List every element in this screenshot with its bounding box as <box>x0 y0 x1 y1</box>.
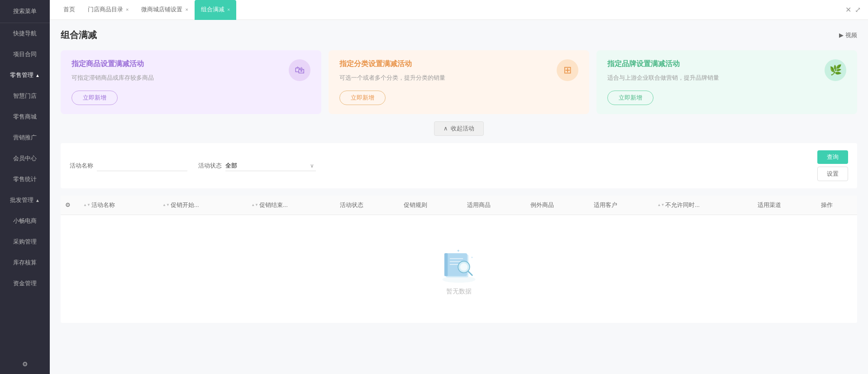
video-link[interactable]: ▶ 视频 <box>839 31 857 39</box>
window-close-icon[interactable]: ✕ <box>845 5 851 14</box>
sidebar-item-inventory-calc[interactable]: 库存核算 <box>0 252 50 273</box>
card-title: 指定分类设置满减活动 <box>339 59 578 69</box>
sidebar-item-project-contract[interactable]: 项目合同 <box>0 44 50 65</box>
th-gear: ⚙ <box>61 196 79 215</box>
page-title: 组合满减 <box>61 29 97 41</box>
tab-store-catalog[interactable]: 门店商品目录× <box>81 0 135 20</box>
card-product-discount: 指定商品设置满减活动 可指定滞销商品或库存较多商品 🛍 立即新增 <box>61 50 321 114</box>
th-exception-goods: 例外商品 <box>526 196 589 215</box>
card-title: 指定品牌设置满减活动 <box>607 59 846 69</box>
sidebar-item-marketing[interactable]: 营销推广 <box>0 127 50 148</box>
sidebar-item-wholesale-mgmt[interactable]: 批发管理▲ <box>0 190 50 211</box>
sidebar-item-retail-stats[interactable]: 零售统计 <box>0 169 50 190</box>
search-area: 活动名称 活动状态 全部进行中未开始已结束 ∨ 查询 设置 <box>61 143 857 188</box>
tab-close-icon[interactable]: × <box>126 7 129 12</box>
activity-name-label: 活动名称 <box>70 162 93 170</box>
card-category-discount: 指定分类设置满减活动 可选一个或者多个分类，提升分类的销量 ⊞ 立即新增 <box>329 50 589 114</box>
sidebar-item-retail-mgmt[interactable]: 零售管理▲ <box>0 65 50 86</box>
sidebar-search[interactable]: 搜索菜单 <box>0 0 50 23</box>
th-activity-status: 活动状态 <box>335 196 399 215</box>
table-header: ⚙▲▼活动名称▲▼促销开始...▲▼促销结束...活动状态促销规则适用商品例外商… <box>61 196 857 215</box>
chevron-icon: ▲ <box>35 73 40 78</box>
th-operation: 操作 <box>816 196 857 215</box>
sidebar-item-quick-nav[interactable]: 快捷导航 <box>0 23 50 44</box>
settings-icon[interactable]: ⚙ <box>65 201 71 208</box>
chevron-icon: ▲ <box>35 198 40 203</box>
cards-row: 指定商品设置满减活动 可指定滞销商品或库存较多商品 🛍 立即新增 指定分类设置满… <box>61 50 857 114</box>
th-promo-start[interactable]: ▲▼促销开始... <box>158 196 247 215</box>
sort-icon: ▲▼ <box>251 203 258 207</box>
th-not-allow-concurrent[interactable]: ▲▼不允许同时... <box>653 196 753 215</box>
sidebar-item-retail-mall[interactable]: 零售商城 <box>0 106 50 127</box>
search-buttons: 查询 设置 <box>817 150 848 181</box>
svg-point-8 <box>460 263 468 271</box>
page-header: 组合满减 ▶ 视频 <box>61 29 857 41</box>
card-add-btn[interactable]: 立即新增 <box>72 91 118 105</box>
card-icon: 🌿 <box>825 59 846 81</box>
activity-name-field: 活动名称 <box>70 160 187 171</box>
th-applicable-customer: 适用客户 <box>589 196 653 215</box>
gear-icon: ⚙ <box>22 360 28 368</box>
page-content: 组合满减 ▶ 视频 指定商品设置满减活动 可指定滞销商品或库存较多商品 🛍 立即… <box>50 20 868 374</box>
th-activity-name[interactable]: ▲▼活动名称 <box>79 196 158 215</box>
collapse-bar: ∧ 收起活动 <box>61 121 857 136</box>
card-add-btn[interactable]: 立即新增 <box>339 91 386 105</box>
play-icon: ▶ <box>839 32 844 38</box>
card-icon: 🛍 <box>289 59 310 81</box>
th-applicable-goods: 适用商品 <box>463 196 526 215</box>
sort-icon: ▲▼ <box>83 203 91 207</box>
card-desc: 可指定滞销商品或库存较多商品 <box>72 73 310 82</box>
query-button[interactable]: 查询 <box>817 150 848 164</box>
sidebar-item-smart-store[interactable]: 智慧门店 <box>0 86 50 106</box>
tab-bar: 首页门店商品目录×微商城店铺设置×组合满减× ✕ ⤢ <box>50 0 868 20</box>
th-applicable-channel: 适用渠道 <box>753 196 816 215</box>
tab-wechat-store-settings[interactable]: 微商城店铺设置× <box>135 0 194 20</box>
empty-state: ✦ ✦ 暂无数据 <box>61 215 857 323</box>
data-table: ⚙▲▼活动名称▲▼促销开始...▲▼促销结束...活动状态促销规则适用商品例外商… <box>61 196 857 215</box>
collapse-button[interactable]: ∧ 收起活动 <box>434 121 484 136</box>
empty-text: 暂无数据 <box>446 288 472 296</box>
sidebar-item-fund-mgmt[interactable]: 资金管理 <box>0 273 50 294</box>
sidebar-item-xcc-ecom[interactable]: 小畅电商 <box>0 211 50 231</box>
table-container: ⚙▲▼活动名称▲▼促销开始...▲▼促销结束...活动状态促销规则适用商品例外商… <box>61 196 857 323</box>
activity-status-select[interactable]: 全部进行中未开始已结束 <box>225 160 316 171</box>
card-title: 指定商品设置满减活动 <box>72 59 310 69</box>
main-area: 首页门店商品目录×微商城店铺设置×组合满减× ✕ ⤢ 组合满减 ▶ 视频 指定商… <box>50 0 868 374</box>
tab-combo-discount[interactable]: 组合满减× <box>195 0 236 20</box>
svg-text:✦: ✦ <box>471 255 473 259</box>
activity-status-label: 活动状态 <box>198 162 222 170</box>
sort-icon: ▲▼ <box>658 203 665 207</box>
sort-icon: ▲▼ <box>162 203 170 207</box>
sidebar-settings-btn[interactable]: ⚙ <box>0 354 50 374</box>
empty-illustration: ✦ ✦ <box>434 242 484 288</box>
th-promo-rule: 促销规则 <box>399 196 463 215</box>
activity-status-select-wrapper: 全部进行中未开始已结束 ∨ <box>225 160 316 171</box>
svg-text:✦: ✦ <box>457 249 460 253</box>
activity-name-input[interactable] <box>97 160 187 171</box>
card-icon: ⊞ <box>557 59 578 81</box>
tab-close-icon[interactable]: × <box>227 7 230 12</box>
tab-home[interactable]: 首页 <box>57 0 81 20</box>
settings-button[interactable]: 设置 <box>817 167 848 181</box>
tab-bar-controls: ✕ ⤢ <box>845 5 861 14</box>
activity-status-field: 活动状态 全部进行中未开始已结束 ∨ <box>198 160 316 171</box>
window-expand-icon[interactable]: ⤢ <box>855 5 861 14</box>
th-promo-end[interactable]: ▲▼促销结束... <box>247 196 335 215</box>
svg-line-9 <box>468 271 472 275</box>
card-desc: 可选一个或者多个分类，提升分类的销量 <box>339 73 578 82</box>
svg-rect-3 <box>444 253 448 276</box>
card-add-btn[interactable]: 立即新增 <box>607 91 653 105</box>
chevron-up-icon: ∧ <box>444 125 448 132</box>
sidebar-item-purchase-mgmt[interactable]: 采购管理 <box>0 231 50 252</box>
card-desc: 适合与上游企业联合做营销，提升品牌销量 <box>607 73 846 82</box>
tab-close-icon[interactable]: × <box>185 7 188 12</box>
sidebar: 搜索菜单 快捷导航项目合同零售管理▲智慧门店零售商城营销推广会员中心零售统计批发… <box>0 0 50 374</box>
sidebar-item-member-center[interactable]: 会员中心 <box>0 148 50 169</box>
card-brand-discount: 指定品牌设置满减活动 适合与上游企业联合做营销，提升品牌销量 🌿 立即新增 <box>596 50 857 114</box>
